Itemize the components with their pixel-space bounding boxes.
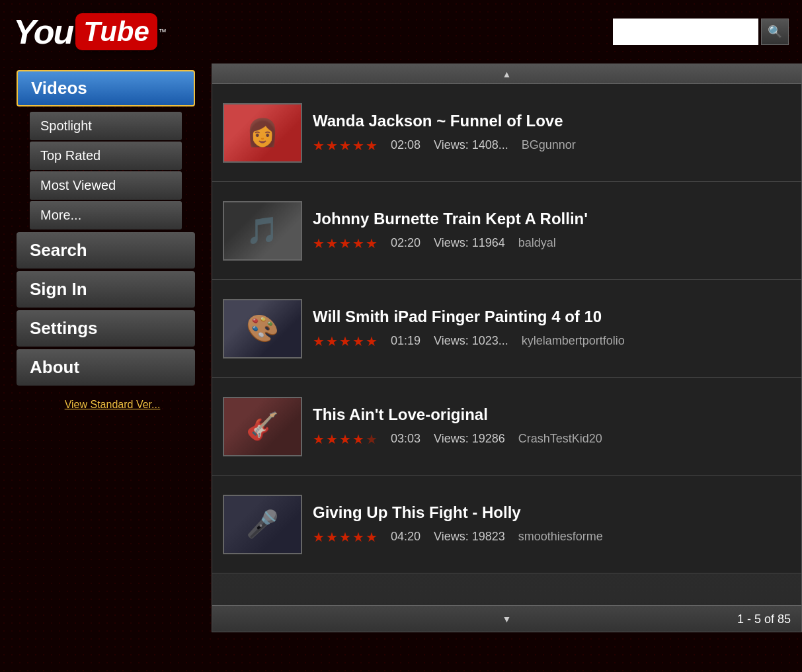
- logo-tm: ™: [159, 27, 167, 36]
- logo-you-text: You: [13, 12, 73, 52]
- video-list: 👩 Wanda Jackson ~ Funnel of Love ★ ★ ★ ★…: [212, 84, 801, 605]
- video-item-2[interactable]: 🎵 Johnny Burnette Train Kept A Rollin' ★…: [212, 182, 801, 280]
- video-user-4: CrashTestKid20: [518, 432, 602, 446]
- video-meta-4: ★ ★ ★ ★ ★ 03:03 Views: 19286 CrashTestKi…: [313, 431, 791, 447]
- star-2-1: ★: [313, 235, 325, 251]
- video-duration-4: 03:03: [391, 432, 421, 446]
- video-user-2: baldyal: [518, 236, 556, 250]
- star-4-2: ★: [326, 431, 338, 447]
- star-4-3: ★: [339, 431, 351, 447]
- video-thumb-2: 🎵: [223, 201, 302, 261]
- thumb-icon-3: 🎨: [246, 313, 279, 344]
- star-2-4: ★: [352, 235, 364, 251]
- thumb-icon-5: 🎤: [246, 509, 279, 540]
- star-1-2: ★: [326, 138, 338, 153]
- star-3-4: ★: [352, 333, 364, 349]
- star-1-3: ★: [339, 138, 351, 153]
- video-stars-2: ★ ★ ★ ★ ★: [313, 235, 378, 251]
- scroll-down-button[interactable]: 1 - 5 of 85: [212, 605, 801, 632]
- star-3-1: ★: [313, 333, 325, 349]
- video-title-2: Johnny Burnette Train Kept A Rollin': [313, 210, 791, 229]
- video-stars-4: ★ ★ ★ ★ ★: [313, 431, 378, 447]
- video-info-1: Wanda Jackson ~ Funnel of Love ★ ★ ★ ★ ★…: [313, 112, 791, 153]
- star-5-3: ★: [339, 529, 351, 545]
- video-views-3: Views: 1023...: [434, 334, 508, 348]
- sidebar-item-about[interactable]: About: [17, 349, 195, 386]
- star-5-2: ★: [326, 529, 338, 545]
- video-stars-5: ★ ★ ★ ★ ★: [313, 529, 378, 545]
- pagination-label: 1 - 5 of 85: [737, 612, 791, 626]
- star-5-1: ★: [313, 529, 325, 545]
- video-title-5: Giving Up This Fight - Holly: [313, 503, 791, 523]
- video-info-4: This Ain't Love-original ★ ★ ★ ★ ★ 03:03…: [313, 405, 791, 447]
- view-standard-link[interactable]: View Standard Ver...: [0, 399, 212, 411]
- star-3-2: ★: [326, 333, 338, 349]
- video-user-1: BGgunnor: [522, 138, 576, 152]
- thumb-icon-4: 🎸: [246, 411, 279, 442]
- video-duration-2: 02:20: [391, 236, 421, 250]
- video-thumb-1: 👩: [223, 103, 302, 163]
- main-container: You Tube ™ 🔍 Videos Spotlight Top Rated …: [0, 0, 802, 672]
- thumb-icon-2: 🎵: [246, 215, 279, 246]
- sidebar-item-top-rated[interactable]: Top Rated: [30, 142, 182, 170]
- star-2-2: ★: [326, 235, 338, 251]
- star-2-3: ★: [339, 235, 351, 251]
- star-4-1: ★: [313, 431, 325, 447]
- star-1-1: ★: [313, 138, 325, 153]
- video-duration-5: 04:20: [391, 530, 421, 544]
- video-title-4: This Ain't Love-original: [313, 405, 791, 425]
- video-duration-1: 02:08: [391, 138, 421, 152]
- video-info-3: Will Smith iPad Finger Painting 4 of 10 …: [313, 308, 791, 349]
- video-views-4: Views: 19286: [434, 432, 505, 446]
- sidebar-item-spotlight[interactable]: Spotlight: [30, 112, 182, 140]
- video-duration-3: 01:19: [391, 334, 421, 348]
- sidebar: Videos Spotlight Top Rated Most Viewed M…: [0, 63, 212, 632]
- star-1-5: ★: [366, 138, 378, 153]
- star-4-5: ★: [366, 431, 378, 447]
- video-stars-1: ★ ★ ★ ★ ★: [313, 138, 378, 153]
- video-meta-5: ★ ★ ★ ★ ★ 04:20 Views: 19823 smoothiesfo…: [313, 529, 791, 545]
- content-area: Videos Spotlight Top Rated Most Viewed M…: [0, 63, 802, 632]
- video-item-5[interactable]: 🎤 Giving Up This Fight - Holly ★ ★ ★ ★ ★: [212, 476, 801, 573]
- search-input[interactable]: [613, 19, 758, 45]
- video-views-1: Views: 1408...: [434, 138, 508, 152]
- logo: You Tube ™: [13, 12, 167, 52]
- header: You Tube ™ 🔍: [0, 0, 802, 63]
- video-meta-3: ★ ★ ★ ★ ★ 01:19 Views: 1023... kylelambe…: [313, 333, 791, 349]
- sidebar-item-most-viewed[interactable]: Most Viewed: [30, 171, 182, 200]
- scroll-up-button[interactable]: [212, 64, 801, 84]
- video-views-5: Views: 19823: [434, 530, 505, 544]
- star-1-4: ★: [352, 138, 364, 153]
- video-title-1: Wanda Jackson ~ Funnel of Love: [313, 112, 791, 131]
- star-2-5: ★: [366, 235, 378, 251]
- thumb-icon-1: 👩: [246, 117, 279, 148]
- sidebar-item-more[interactable]: More...: [30, 201, 182, 230]
- video-user-3: kylelambertportfolio: [522, 334, 625, 348]
- star-3-5: ★: [366, 333, 378, 349]
- sidebar-item-settings[interactable]: Settings: [17, 310, 195, 347]
- video-thumb-3: 🎨: [223, 299, 302, 358]
- video-views-2: Views: 11964: [434, 236, 505, 250]
- search-button[interactable]: 🔍: [761, 19, 789, 45]
- star-5-4: ★: [352, 529, 364, 545]
- sidebar-item-sign-in[interactable]: Sign In: [17, 271, 195, 308]
- sidebar-item-search[interactable]: Search: [17, 232, 195, 269]
- video-stars-3: ★ ★ ★ ★ ★: [313, 333, 378, 349]
- video-item-3[interactable]: 🎨 Will Smith iPad Finger Painting 4 of 1…: [212, 280, 801, 378]
- star-3-3: ★: [339, 333, 351, 349]
- star-5-5: ★: [366, 529, 378, 545]
- logo-tube-text: Tube: [75, 13, 157, 50]
- video-item-4[interactable]: 🎸 This Ain't Love-original ★ ★ ★ ★ ★: [212, 378, 801, 476]
- video-panel: 👩 Wanda Jackson ~ Funnel of Love ★ ★ ★ ★…: [212, 63, 802, 632]
- search-bar: 🔍: [613, 19, 789, 45]
- video-meta-1: ★ ★ ★ ★ ★ 02:08 Views: 1408... BGgunnor: [313, 138, 791, 153]
- sidebar-item-videos[interactable]: Videos: [17, 70, 195, 106]
- star-4-4: ★: [352, 431, 364, 447]
- video-info-5: Giving Up This Fight - Holly ★ ★ ★ ★ ★ 0…: [313, 503, 791, 545]
- video-info-2: Johnny Burnette Train Kept A Rollin' ★ ★…: [313, 210, 791, 251]
- video-item-1[interactable]: 👩 Wanda Jackson ~ Funnel of Love ★ ★ ★ ★…: [212, 84, 801, 182]
- video-thumb-4: 🎸: [223, 397, 302, 456]
- video-meta-2: ★ ★ ★ ★ ★ 02:20 Views: 11964 baldyal: [313, 235, 791, 251]
- video-user-5: smoothiesforme: [518, 530, 603, 544]
- video-thumb-5: 🎤: [223, 495, 302, 554]
